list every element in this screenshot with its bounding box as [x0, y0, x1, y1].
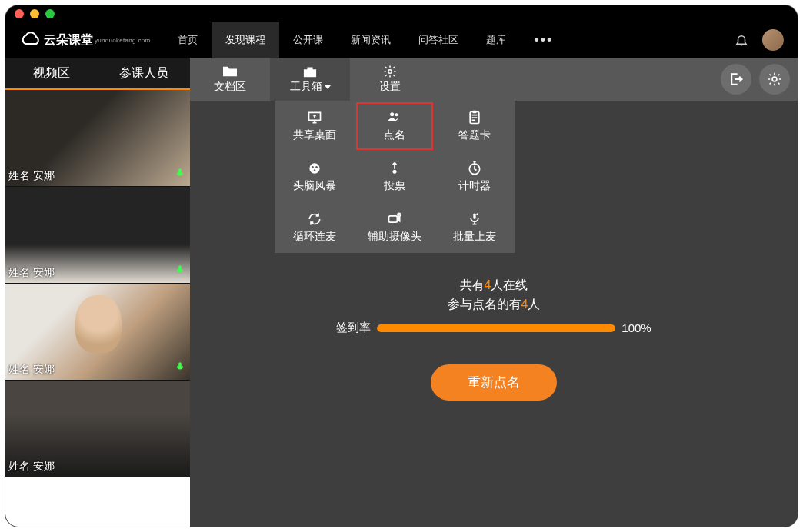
- dd-loop-mic[interactable]: 循环连麦: [275, 202, 355, 253]
- answer-card-icon: [466, 110, 483, 125]
- mic-icon[interactable]: [175, 361, 185, 375]
- caret-down-icon: [325, 85, 331, 89]
- window-zoom[interactable]: [45, 9, 55, 18]
- tab-video[interactable]: 视频区: [5, 58, 98, 88]
- participated-line: 参与点名的有4人: [448, 297, 541, 313]
- progress-fill: [377, 324, 615, 332]
- exit-icon: [728, 71, 744, 87]
- tool-toolbox[interactable]: 工具箱: [270, 58, 350, 101]
- tab-participants[interactable]: 参课人员: [98, 58, 190, 88]
- progress-row: 签到率 100%: [336, 321, 651, 335]
- rate-label: 签到率: [336, 321, 371, 335]
- dd-brainstorm[interactable]: 头脑风暴: [275, 151, 355, 202]
- svg-rect-14: [473, 214, 475, 220]
- toolbox-dropdown: 共享桌面点名答题卡头脑风暴投票计时器循环连麦辅助摄像头批量上麦: [275, 101, 515, 253]
- video-list: 姓名 安娜 姓名 安娜: [5, 90, 190, 527]
- nav-right: [735, 29, 798, 51]
- dd-label: 批量上麦: [453, 230, 496, 244]
- svg-point-6: [309, 163, 319, 173]
- nav-bank[interactable]: 题库: [472, 22, 520, 58]
- nav-open-class[interactable]: 公开课: [279, 22, 337, 58]
- share-screen-icon: [306, 110, 323, 125]
- app-window: 云朵课堂 yunduoketang.com 首页 发现课程 公开课 新闻资讯 问…: [5, 5, 798, 527]
- svg-rect-12: [389, 216, 398, 222]
- exit-button[interactable]: [721, 64, 751, 95]
- timer-icon: [466, 161, 483, 176]
- toolbox-icon: [302, 65, 318, 78]
- svg-point-10: [393, 170, 397, 174]
- sidebar: 视频区 参课人员 姓名 安娜 姓名 安娜: [5, 58, 190, 527]
- mic-icon[interactable]: [175, 264, 185, 278]
- svg-rect-5: [473, 111, 477, 113]
- folder-icon: [222, 65, 238, 78]
- toolbar: 文档区 工具箱 设置: [190, 58, 798, 101]
- dd-answer-card[interactable]: 答题卡: [435, 101, 515, 151]
- avatar[interactable]: [762, 29, 784, 51]
- tool-toolbox-label: 工具箱: [290, 80, 331, 94]
- tool-docs[interactable]: 文档区: [190, 58, 270, 101]
- brand-sub: yunduoketang.com: [95, 37, 150, 44]
- top-nav: 云朵课堂 yunduoketang.com 首页 发现课程 公开课 新闻资讯 问…: [5, 22, 798, 58]
- dd-label: 共享桌面: [293, 128, 336, 142]
- dd-label: 投票: [384, 179, 405, 193]
- loop-mic-icon: [306, 211, 323, 227]
- dd-roll-call[interactable]: 点名: [355, 101, 435, 151]
- video-tile[interactable]: 姓名 安娜: [5, 187, 190, 284]
- video-tile-empty: [5, 477, 190, 527]
- gear-icon: [382, 65, 398, 78]
- nav-more[interactable]: •••: [520, 22, 567, 58]
- svg-point-7: [312, 166, 314, 168]
- video-tile[interactable]: 姓名 安娜: [5, 284, 190, 381]
- window-close[interactable]: [15, 9, 24, 18]
- svg-point-2: [390, 112, 394, 116]
- progress-bar: [377, 324, 615, 332]
- video-tile[interactable]: 姓名 安娜: [5, 381, 190, 477]
- bell-icon[interactable]: [735, 33, 748, 47]
- dd-aux-camera[interactable]: 辅助摄像头: [355, 202, 435, 253]
- participant-name: 姓名 安娜: [8, 460, 55, 474]
- dd-label: 辅助摄像头: [368, 230, 421, 244]
- nav-home[interactable]: 首页: [164, 22, 212, 58]
- dd-vote[interactable]: 投票: [355, 151, 435, 202]
- settings-round-button[interactable]: [759, 64, 790, 95]
- tool-docs-label: 文档区: [214, 80, 246, 94]
- participant-name: 姓名 安娜: [8, 266, 55, 280]
- svg-point-3: [395, 113, 398, 116]
- dd-label: 点名: [384, 128, 405, 142]
- logo-icon: [19, 32, 39, 48]
- video-tile[interactable]: 姓名 安娜: [5, 90, 190, 187]
- mic-icon[interactable]: [175, 168, 185, 181]
- dd-batch-mic[interactable]: 批量上麦: [435, 202, 515, 253]
- batch-mic-icon: [466, 211, 483, 227]
- participant-name: 姓名 安娜: [8, 363, 55, 377]
- svg-point-1: [772, 77, 777, 81]
- titlebar: [5, 5, 798, 22]
- rate-value: 100%: [621, 321, 651, 334]
- online-count-line: 共有4人在线: [460, 278, 528, 294]
- dd-label: 计时器: [458, 179, 491, 193]
- aux-camera-icon: [386, 211, 403, 227]
- window-minimize[interactable]: [30, 9, 39, 18]
- logo[interactable]: 云朵课堂 yunduoketang.com: [5, 32, 164, 48]
- dd-label: 头脑风暴: [293, 179, 336, 193]
- brand-name: 云朵课堂: [44, 32, 93, 48]
- gear-icon: [767, 71, 782, 87]
- dd-share-screen[interactable]: 共享桌面: [275, 101, 355, 151]
- dd-label: 答题卡: [458, 128, 491, 142]
- nav-news[interactable]: 新闻资讯: [337, 22, 405, 58]
- roll-call-icon: [386, 110, 403, 125]
- svg-point-8: [315, 166, 318, 168]
- svg-point-0: [388, 70, 392, 74]
- tool-settings-label: 设置: [379, 80, 401, 94]
- vote-icon: [386, 161, 403, 176]
- nav-discover[interactable]: 发现课程: [212, 22, 279, 58]
- dd-label: 循环连麦: [293, 230, 336, 244]
- svg-point-9: [314, 169, 316, 171]
- restart-rollcall-button[interactable]: 重新点名: [431, 364, 557, 401]
- tool-settings[interactable]: 设置: [350, 58, 430, 101]
- participant-name: 姓名 安娜: [8, 169, 55, 183]
- nav-qa[interactable]: 问答社区: [405, 22, 472, 58]
- dd-timer[interactable]: 计时器: [435, 151, 515, 202]
- sidebar-tabs: 视频区 参课人员: [5, 58, 190, 90]
- brainstorm-icon: [306, 161, 323, 176]
